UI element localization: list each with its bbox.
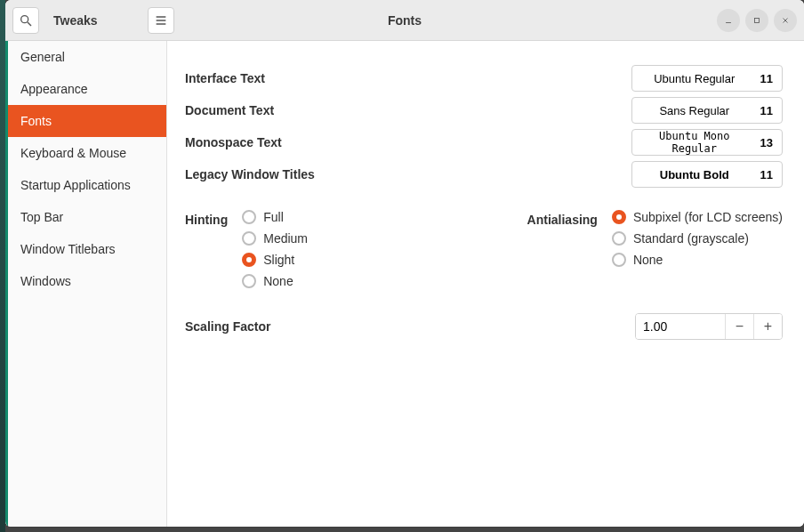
page-title: Fonts xyxy=(388,13,422,28)
desktop-edge xyxy=(0,0,5,532)
font-picker-interface[interactable]: Ubuntu Regular 11 xyxy=(631,65,783,92)
radio-label: Medium xyxy=(263,231,308,246)
font-size: 11 xyxy=(760,168,773,181)
radio-icon xyxy=(242,231,256,246)
radio-label: None xyxy=(633,253,663,267)
search-button[interactable] xyxy=(12,7,39,34)
radio-icon xyxy=(242,210,256,224)
antialiasing-option[interactable]: None xyxy=(612,253,783,267)
antialiasing-option[interactable]: Standard (grayscale) xyxy=(612,231,783,246)
close-button[interactable] xyxy=(774,9,797,32)
sidebar-item-startup-applications[interactable]: Startup Applications xyxy=(8,169,166,201)
font-row-legacy: Legacy Window Titles Ubuntu Bold 11 xyxy=(185,158,783,190)
scaling-spin: − + xyxy=(635,313,783,340)
font-picker-document[interactable]: Sans Regular 11 xyxy=(631,97,783,124)
sidebar: GeneralAppearanceFontsKeyboard & MouseSt… xyxy=(5,41,167,527)
titlebar-left: Tweaks xyxy=(12,7,174,34)
minimize-icon xyxy=(724,16,733,25)
antialiasing-column: Antialiasing Subpixel (for LCD screens)S… xyxy=(527,210,783,288)
close-icon xyxy=(781,16,790,25)
minimize-button[interactable] xyxy=(717,9,740,32)
antialiasing-option[interactable]: Subpixel (for LCD screens) xyxy=(612,210,783,224)
app-title: Tweaks xyxy=(53,13,98,28)
radio-icon xyxy=(612,210,626,224)
window-controls xyxy=(717,9,797,32)
menu-button[interactable] xyxy=(148,7,174,34)
tweaks-window: Tweaks Fonts GeneralAppearanceFontsKeybo… xyxy=(5,0,804,527)
scaling-decrement[interactable]: − xyxy=(725,314,753,339)
sidebar-item-fonts[interactable]: Fonts xyxy=(8,105,166,137)
font-name: Ubuntu Bold xyxy=(641,168,748,181)
sidebar-item-general[interactable]: General xyxy=(8,41,166,73)
radio-icon xyxy=(242,274,256,288)
font-row-monospace: Monospace Text Ubuntu Mono Regular 13 xyxy=(185,126,783,158)
font-row-label: Interface Text xyxy=(185,71,363,85)
titlebar: Tweaks Fonts xyxy=(5,0,804,41)
font-name: Ubuntu Mono Regular xyxy=(641,130,748,155)
scaling-row: Scaling Factor − + xyxy=(185,313,783,340)
radio-icon xyxy=(612,253,626,267)
font-row-label: Legacy Window Titles xyxy=(185,167,363,181)
font-size: 11 xyxy=(760,72,773,85)
font-size: 13 xyxy=(760,136,773,149)
hinting-option[interactable]: Slight xyxy=(242,253,308,267)
sidebar-item-top-bar[interactable]: Top Bar xyxy=(8,201,166,233)
maximize-icon xyxy=(752,16,761,25)
radio-label: Full xyxy=(263,210,284,224)
hamburger-icon xyxy=(154,13,168,28)
font-row-label: Document Text xyxy=(185,103,363,117)
scaling-label: Scaling Factor xyxy=(185,319,270,334)
radio-label: None xyxy=(263,274,293,288)
font-picker-legacy[interactable]: Ubuntu Bold 11 xyxy=(631,161,783,188)
radio-icon xyxy=(242,253,256,267)
font-row-document: Document Text Sans Regular 11 xyxy=(185,94,783,126)
scaling-input[interactable] xyxy=(636,314,725,339)
radio-label: Subpixel (for LCD screens) xyxy=(633,210,783,224)
font-row-interface: Interface Text Ubuntu Regular 11 xyxy=(185,62,783,94)
sidebar-item-window-titlebars[interactable]: Window Titlebars xyxy=(8,233,166,265)
body: GeneralAppearanceFontsKeyboard & MouseSt… xyxy=(5,41,804,527)
hinting-radio-group: FullMediumSlightNone xyxy=(242,210,308,288)
hinting-antialiasing-section: Hinting FullMediumSlightNone Antialiasin… xyxy=(185,210,783,288)
hinting-label: Hinting xyxy=(185,210,228,288)
svg-line-1 xyxy=(28,22,31,26)
maximize-button[interactable] xyxy=(745,9,768,32)
font-name: Sans Regular xyxy=(641,104,748,117)
radio-label: Slight xyxy=(263,253,294,267)
hinting-option[interactable]: Full xyxy=(242,210,308,224)
antialiasing-label: Antialiasing xyxy=(527,210,598,288)
svg-rect-6 xyxy=(755,18,760,22)
hinting-option[interactable]: Medium xyxy=(242,231,308,246)
content: Interface Text Ubuntu Regular 11 Documen… xyxy=(167,41,804,527)
sidebar-item-windows[interactable]: Windows xyxy=(8,265,166,297)
hinting-column: Hinting FullMediumSlightNone xyxy=(185,210,308,288)
font-picker-monospace[interactable]: Ubuntu Mono Regular 13 xyxy=(631,129,783,156)
scaling-increment[interactable]: + xyxy=(753,314,782,339)
sidebar-item-keyboard-mouse[interactable]: Keyboard & Mouse xyxy=(8,137,166,169)
font-name: Ubuntu Regular xyxy=(641,72,748,85)
font-row-label: Monospace Text xyxy=(185,135,363,149)
search-icon xyxy=(19,13,33,28)
font-size: 11 xyxy=(760,104,773,117)
sidebar-item-appearance[interactable]: Appearance xyxy=(8,73,166,105)
radio-label: Standard (grayscale) xyxy=(633,231,749,246)
radio-icon xyxy=(612,231,626,246)
antialiasing-radio-group: Subpixel (for LCD screens)Standard (gray… xyxy=(612,210,783,288)
hinting-option[interactable]: None xyxy=(242,274,308,288)
svg-point-0 xyxy=(21,15,28,22)
